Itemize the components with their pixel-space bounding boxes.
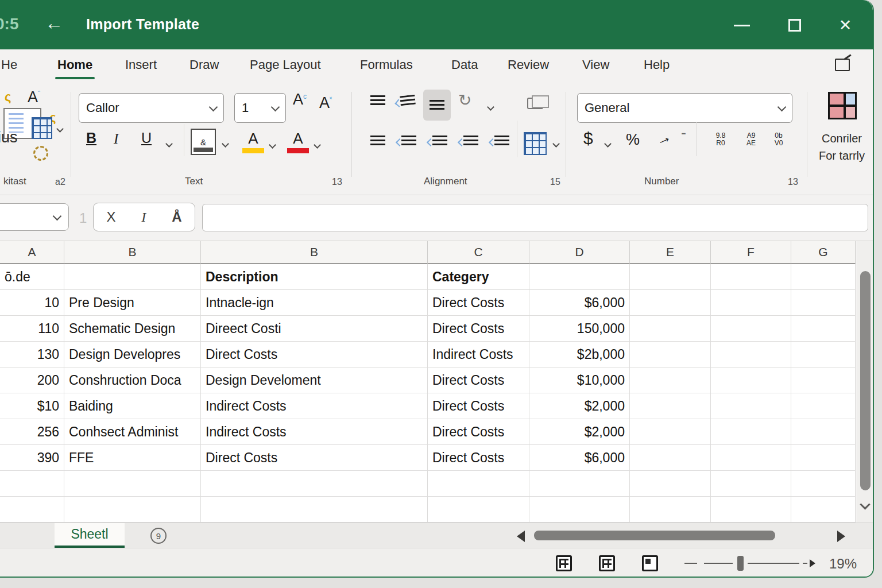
cell[interactable] bbox=[630, 290, 711, 316]
cell[interactable]: Indirect Costs bbox=[201, 419, 428, 445]
sheet-tab[interactable]: Sheetl bbox=[55, 523, 125, 548]
column-header[interactable]: A bbox=[0, 241, 64, 264]
cell[interactable]: Indirect Costs bbox=[201, 393, 428, 419]
cell[interactable] bbox=[791, 342, 856, 368]
column-header[interactable]: E bbox=[630, 241, 711, 264]
cell[interactable] bbox=[791, 419, 856, 445]
chevron-down-icon[interactable] bbox=[314, 141, 321, 149]
chevron-down-icon[interactable] bbox=[222, 140, 229, 148]
close-button[interactable]: ✕ bbox=[834, 14, 857, 37]
formula-input[interactable] bbox=[202, 204, 868, 231]
cell[interactable]: 130 bbox=[0, 342, 64, 368]
cell[interactable]: Indirect Costs bbox=[428, 342, 529, 368]
cell[interactable]: Schematic Design bbox=[64, 316, 201, 342]
chevron-down-icon[interactable] bbox=[604, 140, 612, 148]
comma-style-icon[interactable]: → bbox=[653, 127, 674, 150]
cell[interactable]: $6,000 bbox=[529, 290, 630, 316]
column-header[interactable]: F bbox=[711, 241, 791, 264]
cell[interactable]: Pre Design bbox=[64, 290, 201, 316]
cell[interactable]: Direct Costs bbox=[428, 419, 529, 445]
highlight-color-icon[interactable]: A bbox=[242, 130, 264, 153]
cell[interactable] bbox=[711, 290, 791, 316]
maximize-button[interactable] bbox=[783, 14, 806, 37]
cell[interactable]: Categery bbox=[428, 264, 529, 290]
scroll-left-icon[interactable] bbox=[517, 531, 525, 542]
zoom-slider-thumb[interactable] bbox=[737, 556, 744, 571]
merge-center-icon[interactable] bbox=[524, 132, 547, 155]
cell[interactable] bbox=[711, 445, 791, 471]
cell[interactable] bbox=[711, 471, 791, 497]
scroll-right-icon[interactable] bbox=[837, 531, 845, 542]
name-box[interactable] bbox=[0, 203, 69, 231]
tab-file-partial[interactable]: He bbox=[1, 57, 17, 72]
italic-button[interactable]: I bbox=[114, 131, 118, 147]
cell[interactable] bbox=[529, 471, 630, 497]
number-dialog-launcher[interactable]: 13 bbox=[788, 177, 798, 187]
horizontal-scrollbar-thumb[interactable] bbox=[534, 531, 775, 540]
cell[interactable] bbox=[711, 264, 791, 290]
cell[interactable]: Direct Costs bbox=[428, 368, 529, 393]
cell[interactable] bbox=[791, 471, 856, 497]
cell[interactable] bbox=[529, 497, 630, 523]
cell[interactable]: Description bbox=[201, 264, 428, 290]
cell[interactable]: $10 bbox=[0, 393, 64, 419]
cell[interactable] bbox=[630, 497, 711, 523]
middle-align-icon[interactable] bbox=[400, 95, 416, 106]
back-arrow-icon[interactable]: ← bbox=[45, 13, 63, 34]
zoom-slider-track[interactable] bbox=[748, 563, 799, 564]
cell[interactable]: Direect Costi bbox=[201, 316, 428, 342]
normal-view-icon[interactable] bbox=[556, 555, 572, 571]
cell[interactable] bbox=[64, 471, 201, 497]
underline-button[interactable]: U bbox=[141, 130, 152, 146]
tab-view[interactable]: View bbox=[582, 57, 609, 72]
tab-help[interactable]: Help bbox=[644, 57, 670, 72]
borders-icon[interactable]: & bbox=[191, 129, 216, 155]
percent-icon[interactable]: % bbox=[626, 131, 640, 149]
bottom-align-icon[interactable] bbox=[430, 100, 444, 110]
insert-function-button[interactable]: Å bbox=[172, 209, 181, 225]
column-header[interactable]: D bbox=[529, 241, 630, 264]
align-left-icon[interactable] bbox=[370, 136, 385, 145]
column-header[interactable]: B bbox=[64, 241, 201, 264]
format-painter-icon[interactable]: Aˆ bbox=[28, 88, 40, 106]
cell[interactable] bbox=[529, 264, 630, 290]
cell[interactable] bbox=[64, 264, 201, 290]
vertical-scrollbar-thumb[interactable] bbox=[860, 271, 871, 490]
page-layout-view-icon[interactable] bbox=[599, 555, 615, 571]
cell[interactable] bbox=[428, 471, 529, 497]
cell[interactable]: 256 bbox=[0, 419, 64, 445]
column-header[interactable]: B bbox=[201, 241, 428, 264]
conditional-formatting-label-line2[interactable]: For tarrly bbox=[802, 149, 874, 163]
cell[interactable] bbox=[0, 497, 64, 523]
cell[interactable] bbox=[711, 497, 791, 523]
cell[interactable]: 150,000 bbox=[529, 316, 630, 342]
bold-button[interactable]: B bbox=[86, 130, 96, 146]
cell[interactable] bbox=[630, 393, 711, 419]
cell[interactable] bbox=[791, 445, 856, 471]
decrease-decimal-icon[interactable]: A9AE bbox=[740, 132, 763, 147]
cell[interactable]: $2b,000 bbox=[529, 342, 630, 368]
decrease-font-size-icon[interactable]: A˟ bbox=[319, 94, 332, 112]
cell[interactable]: Direct Costs bbox=[201, 445, 428, 471]
increase-decimal-icon[interactable]: 9.8R0 bbox=[709, 132, 732, 147]
tab-draw[interactable]: Draw bbox=[189, 57, 219, 72]
tab-review[interactable]: Review bbox=[508, 57, 549, 72]
font-dialog-launcher[interactable]: 13 bbox=[332, 177, 342, 187]
cell[interactable]: Direct Costs bbox=[201, 342, 428, 368]
accounting-format-icon[interactable]: 0bV0 bbox=[767, 132, 790, 147]
page-break-view-icon[interactable] bbox=[642, 555, 658, 571]
font-name-select[interactable]: Callor bbox=[79, 93, 224, 123]
cell[interactable] bbox=[791, 264, 856, 290]
cell[interactable]: Design Developres bbox=[64, 342, 201, 368]
cell[interactable] bbox=[630, 264, 711, 290]
cell[interactable]: Intnacle-ign bbox=[201, 290, 428, 316]
number-format-select[interactable]: General bbox=[577, 93, 792, 123]
cell[interactable] bbox=[630, 368, 711, 393]
cell[interactable] bbox=[201, 471, 428, 497]
cell[interactable]: $10,000 bbox=[529, 368, 630, 393]
font-size-select[interactable]: 1 bbox=[234, 93, 286, 123]
clipboard-wheel-icon[interactable] bbox=[33, 146, 48, 161]
minimize-button[interactable] bbox=[730, 14, 753, 37]
cell[interactable]: Direct Costs bbox=[428, 445, 529, 471]
conditional-formatting-icon[interactable] bbox=[828, 92, 857, 119]
